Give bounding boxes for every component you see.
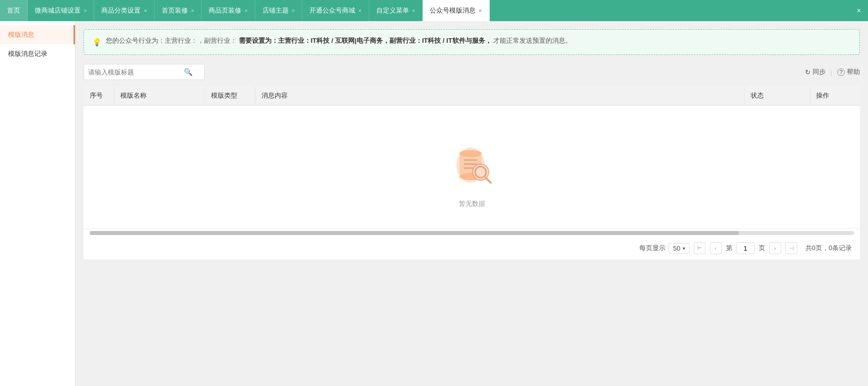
data-table: 序号 模版名称 模版类型 消息内容 状态 操作: [84, 86, 860, 106]
help-button[interactable]: ? 帮助: [837, 67, 860, 76]
notice-text: 您的公众号行业为：主营行业：，副营行业： 需要设置为：主营行业：IT科技 / 互…: [106, 36, 572, 46]
page-size-value: 50: [673, 245, 680, 252]
nav-tab-wechat-shop[interactable]: 微商城店铺设置 ×: [28, 0, 94, 21]
col-content: 消息内容: [255, 86, 744, 106]
last-page-button[interactable]: ⊣: [785, 242, 797, 254]
page-summary: 共0页，0条记录: [806, 244, 852, 253]
notice-box: 💡 您的公众号行业为：主营行业：，副营行业： 需要设置为：主营行业：IT科技 /…: [84, 29, 860, 55]
col-action: 操作: [810, 86, 860, 106]
search-input[interactable]: [88, 68, 184, 76]
table-wrapper: 序号 模版名称 模版类型 消息内容 状态 操作: [84, 86, 860, 237]
search-box: 🔍: [84, 64, 205, 80]
close-icon[interactable]: ×: [84, 8, 87, 14]
nav-tab-shop-theme[interactable]: 店铺主题 ×: [255, 0, 302, 21]
search-icon[interactable]: 🔍: [184, 68, 192, 76]
content-area: 💡 您的公众号行业为：主营行业：，副营行业： 需要设置为：主营行业：IT科技 /…: [76, 21, 868, 386]
chevron-down-icon: ▾: [683, 246, 685, 251]
close-icon[interactable]: ×: [191, 8, 194, 14]
col-index: 序号: [84, 86, 114, 106]
sidebar-item-template-msg-record[interactable]: 模版消息记录: [0, 44, 75, 63]
toolbar-divider: |: [831, 68, 832, 76]
scrollbar-track[interactable]: [90, 231, 854, 235]
col-type: 模版类型: [205, 86, 255, 106]
close-icon[interactable]: ×: [144, 8, 147, 14]
help-icon: ?: [837, 68, 845, 76]
first-page-button[interactable]: ⊢: [694, 242, 706, 254]
prev-page-button[interactable]: ‹: [710, 242, 722, 254]
close-icon[interactable]: ×: [479, 8, 482, 14]
svg-point-5: [459, 150, 482, 157]
page-size-box[interactable]: 50 ▾: [669, 243, 689, 254]
col-name: 模版名称: [114, 86, 205, 106]
empty-text: 暂无数据: [459, 199, 485, 208]
empty-icon: [444, 136, 500, 191]
nav-tab-template-msg[interactable]: 公众号模版消息 ×: [423, 0, 489, 21]
scrollbar-row: [84, 228, 860, 237]
sync-icon: ↻: [805, 68, 811, 76]
top-nav: 首页 微商城店铺设置 × 商品分类设置 × 首页装修 × 商品页装修 × 店铺主…: [0, 0, 868, 21]
empty-state: 暂无数据: [84, 106, 860, 228]
page-label: 第: [726, 244, 732, 253]
close-icon[interactable]: ×: [244, 8, 247, 14]
nav-tab-product-category[interactable]: 商品分类设置 ×: [94, 0, 154, 21]
pagination: 每页显示 50 ▾ ⊢ ‹ 第 页 › ⊣ 共0页，0条记录: [84, 237, 860, 259]
search-row: 🔍 ↻ 同步 | ? 帮助: [84, 64, 860, 80]
close-icon[interactable]: ×: [412, 8, 415, 14]
close-icon[interactable]: ×: [292, 8, 295, 14]
col-status: 状态: [744, 86, 810, 106]
sidebar: 模版消息 模版消息记录: [0, 21, 76, 386]
sync-button[interactable]: ↻ 同步: [805, 67, 826, 76]
page-size-label: 每页显示: [639, 244, 665, 253]
lightbulb-icon: 💡: [92, 36, 102, 48]
nav-tab-open-mall[interactable]: 开通公众号商城 ×: [302, 0, 369, 21]
page-unit: 页: [759, 244, 765, 253]
nav-tab-home[interactable]: 首页: [0, 0, 28, 21]
nav-tab-home-decor[interactable]: 首页装修 ×: [155, 0, 202, 21]
nav-tab-custom-menu[interactable]: 自定义菜单 ×: [369, 0, 423, 21]
sidebar-item-template-msg[interactable]: 模版消息: [0, 25, 75, 44]
next-page-button[interactable]: ›: [769, 242, 781, 254]
page-input[interactable]: [737, 242, 755, 254]
main-layout: 模版消息 模版消息记录 💡 您的公众号行业为：主营行业：，副营行业： 需要设置为…: [0, 21, 868, 386]
scrollbar-thumb[interactable]: [90, 231, 739, 235]
close-all-button[interactable]: ×: [850, 7, 868, 15]
toolbar-right: ↻ 同步 | ? 帮助: [805, 67, 860, 76]
nav-tab-product-decor[interactable]: 商品页装修 ×: [202, 0, 255, 21]
page-size-selector: 每页显示 50 ▾: [639, 243, 689, 254]
close-icon[interactable]: ×: [358, 8, 361, 14]
